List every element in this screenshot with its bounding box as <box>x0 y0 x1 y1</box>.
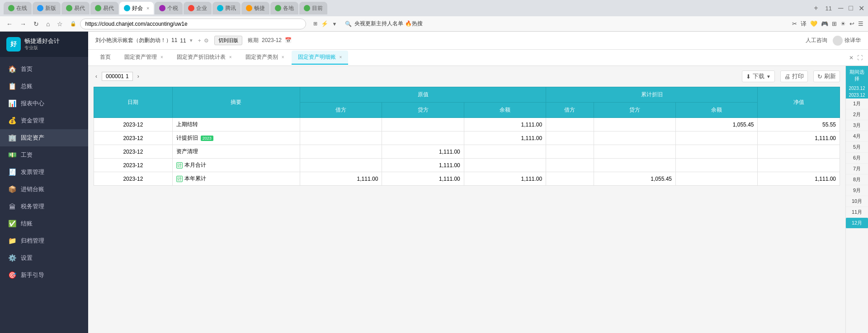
sidebar-item-首页[interactable]: 🏠首页 <box>0 61 88 78</box>
browser-tab-8[interactable]: 畅捷 <box>241 2 269 14</box>
sidebar-item-结账[interactable]: ✅结账 <box>0 215 88 232</box>
content-tab-4[interactable]: 固定资产明细账× <box>292 51 349 65</box>
tab-favicon-9 <box>275 5 281 11</box>
table-row: 2023-12 计本月合计 1,111.00 <box>94 159 840 172</box>
browser-tab-7[interactable]: 腾讯 <box>212 2 241 14</box>
browser-tab-1[interactable]: 新版 <box>33 2 61 14</box>
month-item-7月[interactable]: 7月 <box>846 164 868 174</box>
dropdown-arrow[interactable]: ▼ <box>189 38 193 43</box>
support-button[interactable]: 人工咨询 <box>806 37 827 44</box>
game-icon[interactable]: 🎮 <box>821 20 828 27</box>
sidebar-nav: 🏠首页📋总账📊报表中心💰资金管理🏢固定资产💵工资🧾发票管理📦进销台账🏛税务管理✅… <box>0 57 88 333</box>
browser-tab-6[interactable]: 企业 <box>184 2 212 14</box>
content-tab-close-2[interactable]: × <box>229 55 232 60</box>
minimize-button[interactable]: ─ <box>838 4 843 12</box>
nav-label-10: 归档管理 <box>21 237 44 245</box>
sidebar-item-设置[interactable]: ⚙️设置 <box>0 249 88 267</box>
version-switch-button[interactable]: 切到旧版 <box>214 36 242 45</box>
tab-label-6: 企业 <box>196 5 207 12</box>
grid-icon[interactable]: ⊞ <box>832 20 837 27</box>
calendar-icon[interactable]: 📅 <box>285 37 292 43</box>
month-item-9月[interactable]: 9月 <box>846 185 868 196</box>
month-item-6月[interactable]: 6月 <box>846 153 868 164</box>
cell-acc-balance-0: 1,055.45 <box>676 118 758 131</box>
month-item-1月[interactable]: 1月 <box>846 98 868 109</box>
month-item-8月[interactable]: 8月 <box>846 174 868 185</box>
month-item-10月[interactable]: 10月 <box>846 196 868 207</box>
translate-icon[interactable]: 译 <box>801 20 807 28</box>
menu-icon[interactable]: ☰ <box>858 20 863 27</box>
cell-acc-balance-4 <box>676 172 758 186</box>
close-window-button[interactable]: ✕ <box>859 4 864 13</box>
sidebar-item-发票管理[interactable]: 🧾发票管理 <box>0 164 88 181</box>
browser-tab-5[interactable]: 个税 <box>155 2 183 14</box>
back-button[interactable]: ← <box>5 20 14 28</box>
browser-tab-4[interactable]: 好会× <box>119 2 154 14</box>
reload-button[interactable]: ↻ <box>32 20 41 28</box>
new-tab-button[interactable]: + <box>811 4 821 12</box>
maximize-button[interactable]: □ <box>849 4 853 12</box>
expand-panel-icon[interactable]: ⛶ <box>857 55 863 61</box>
th-date: 日期 <box>94 87 173 118</box>
month-item-3月[interactable]: 3月 <box>846 120 868 131</box>
bookmark-button[interactable]: ☆ <box>55 20 65 28</box>
sidebar-item-总账[interactable]: 📋总账 <box>0 78 88 95</box>
content-tab-3[interactable]: 固定资产类别× <box>239 51 291 65</box>
next-page-button[interactable]: › <box>136 73 141 80</box>
browser-tab-3[interactable]: 易代 <box>90 2 118 14</box>
content-tab-2[interactable]: 固定资产折旧统计表× <box>170 51 238 65</box>
sidebar-item-税务管理[interactable]: 🏛税务管理 <box>0 198 88 215</box>
sidebar-item-进销台账[interactable]: 📦进销台账 <box>0 181 88 198</box>
nav-icon-6: 🧾 <box>8 168 16 176</box>
cell-acc-debit-4 <box>546 172 594 186</box>
sidebar-item-归档管理[interactable]: 📁归档管理 <box>0 232 88 249</box>
logo-icon: 好 <box>6 37 21 52</box>
month-item-5月[interactable]: 5月 <box>846 142 868 153</box>
tab-favicon-2 <box>66 5 72 11</box>
month-item-2月[interactable]: 2月 <box>846 109 868 120</box>
tab-favicon-8 <box>246 5 252 11</box>
content-tab-close-1[interactable]: × <box>160 55 163 60</box>
forward-button[interactable]: → <box>18 20 28 28</box>
home-button[interactable]: ⌂ <box>44 20 52 28</box>
browser-tab-0[interactable]: 在线 <box>4 2 32 14</box>
cell-acc-credit-4: 1,055.45 <box>594 172 675 186</box>
period-label: 账期 2023-12 📅 <box>248 37 292 44</box>
print-button[interactable]: 🖨 打印 <box>780 70 808 82</box>
browser-tab-9[interactable]: 各地 <box>270 2 298 14</box>
period-selector-panel: 期间选择 2023.12 2023.12 1月2月3月4月5月6月7月8月9月1… <box>845 66 868 333</box>
close-panel-icon[interactable]: ✕ <box>849 55 854 61</box>
sidebar-item-报表中心[interactable]: 📊报表中心 <box>0 95 88 112</box>
browser-tab-2[interactable]: 易代 <box>61 2 90 14</box>
settings-icon[interactable]: ⚙ <box>204 38 209 44</box>
brightness-icon[interactable]: ☀ <box>840 20 846 27</box>
browser-tab-10[interactable]: 目前 <box>299 2 327 14</box>
th-acc-balance: 余额 <box>676 103 758 118</box>
undo-icon[interactable]: ↩ <box>849 20 854 27</box>
content-tab-close-4[interactable]: × <box>340 55 342 60</box>
dropdown-icon[interactable]: ▼ <box>332 21 337 27</box>
add-icon[interactable]: + <box>198 38 201 44</box>
address-input[interactable] <box>80 19 306 29</box>
month-item-11月[interactable]: 11月 <box>846 207 868 218</box>
table-row: 2023-12 资产清理 1,111.00 <box>94 145 840 159</box>
wallet-icon[interactable]: 💛 <box>810 20 817 27</box>
sidebar-item-资金管理[interactable]: 💰资金管理 <box>0 112 88 129</box>
sidebar-item-固定资产[interactable]: 🏢固定资产 <box>0 129 88 146</box>
content-tab-1[interactable]: 固定资产管理× <box>118 51 170 65</box>
month-item-12月[interactable]: 12月 <box>846 218 868 229</box>
page-code-box: 000001 1 <box>102 72 133 81</box>
refresh-button[interactable]: ↻ 刷新 <box>813 70 840 82</box>
sidebar-item-新手引导[interactable]: 🎯新手引导 <box>0 267 88 284</box>
tab-close-4[interactable]: × <box>146 5 149 11</box>
content-tab-0[interactable]: 首页 <box>94 51 117 65</box>
prev-page-button[interactable]: ‹ <box>94 73 99 80</box>
month-item-4月[interactable]: 4月 <box>846 131 868 142</box>
user-count: 11 <box>180 38 186 44</box>
content-tab-close-3[interactable]: × <box>282 55 284 60</box>
scissors-icon[interactable]: ✂ <box>792 20 797 27</box>
download-button[interactable]: ⬇ 下载 ▼ <box>742 70 775 82</box>
sidebar-item-工资[interactable]: 💵工资 <box>0 146 88 164</box>
search-text[interactable]: 央视更新主持人名单 🔥热搜 <box>354 20 422 28</box>
cell-date-4: 2023-12 <box>94 172 173 186</box>
